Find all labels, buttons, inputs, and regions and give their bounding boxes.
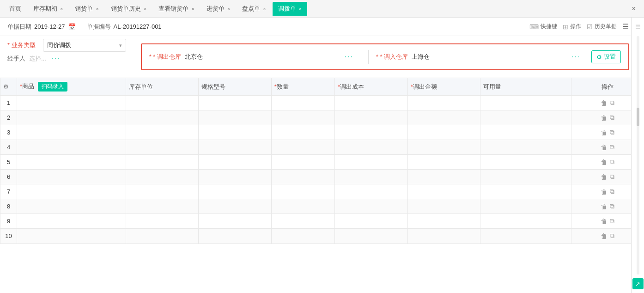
row-cost[interactable] xyxy=(335,110,407,125)
history-button[interactable]: ☑ 历史单据 xyxy=(587,23,617,31)
setting-button[interactable]: ⚙ 设置 xyxy=(591,50,621,63)
row-qty[interactable] xyxy=(271,229,335,244)
row-amount[interactable] xyxy=(407,244,480,244)
row-amount[interactable] xyxy=(407,184,480,199)
row-available[interactable] xyxy=(480,125,571,140)
row-amount[interactable] xyxy=(407,155,480,170)
row-product[interactable] xyxy=(17,199,126,214)
row-available[interactable] xyxy=(480,110,571,125)
row-product[interactable] xyxy=(17,110,126,125)
person-more-icon[interactable]: ··· xyxy=(52,55,61,63)
row-cost[interactable] xyxy=(335,170,407,184)
copy-icon[interactable]: ⧉ xyxy=(610,143,614,151)
row-qty[interactable] xyxy=(271,125,335,140)
row-qty[interactable] xyxy=(271,140,335,155)
row-amount[interactable] xyxy=(407,110,480,125)
row-product[interactable] xyxy=(17,229,126,244)
row-available[interactable] xyxy=(480,199,571,214)
row-spec[interactable] xyxy=(199,170,271,184)
copy-icon[interactable]: ⧉ xyxy=(610,158,614,166)
row-amount[interactable] xyxy=(407,125,480,140)
delete-icon[interactable]: 🗑 xyxy=(601,188,607,195)
row-qty[interactable] xyxy=(271,170,335,184)
row-cost[interactable] xyxy=(335,96,407,110)
row-available[interactable] xyxy=(480,229,571,244)
row-cost[interactable] xyxy=(335,125,407,140)
row-spec[interactable] xyxy=(199,140,271,155)
row-product[interactable] xyxy=(17,125,126,140)
copy-icon[interactable]: ⧉ xyxy=(610,202,614,210)
row-product[interactable] xyxy=(17,214,126,229)
row-qty[interactable] xyxy=(271,96,335,110)
tab-view-sales[interactable]: 查看销货单 × xyxy=(153,2,200,16)
row-cost[interactable] xyxy=(335,214,407,229)
row-qty[interactable] xyxy=(271,244,335,244)
calendar-icon[interactable]: 📅 xyxy=(68,23,76,31)
list-sidebar-icon[interactable]: ☰ xyxy=(632,21,644,32)
person-select[interactable]: 选择... xyxy=(29,55,46,63)
row-available[interactable] xyxy=(480,155,571,170)
row-product[interactable] xyxy=(17,96,126,110)
row-qty[interactable] xyxy=(271,184,335,199)
row-amount[interactable] xyxy=(407,229,480,244)
copy-icon[interactable]: ⧉ xyxy=(610,114,614,122)
row-amount[interactable] xyxy=(407,199,480,214)
row-amount[interactable] xyxy=(407,140,480,155)
tab-transfer-order[interactable]: 调拨单 × xyxy=(273,2,307,16)
row-cost[interactable] xyxy=(335,140,407,155)
tab-sales-order[interactable]: 销货单 × xyxy=(69,2,104,16)
delete-icon[interactable]: 🗑 xyxy=(601,114,607,122)
row-cost[interactable] xyxy=(335,155,407,170)
operation-button[interactable]: ⊞ 操作 xyxy=(563,23,581,31)
scan-button[interactable]: 扫码录入 xyxy=(38,82,67,92)
export-sidebar-icon[interactable]: ↗ xyxy=(632,278,644,289)
row-unit[interactable] xyxy=(126,110,199,125)
row-available[interactable] xyxy=(480,96,571,110)
layout-icon-1[interactable]: ☰ xyxy=(622,22,629,31)
in-warehouse-more-icon[interactable]: ··· xyxy=(571,53,580,61)
row-unit[interactable] xyxy=(126,184,199,199)
row-spec[interactable] xyxy=(199,184,271,199)
row-unit[interactable] xyxy=(126,155,199,170)
row-spec[interactable] xyxy=(199,96,271,110)
row-unit[interactable] xyxy=(126,199,199,214)
delete-icon[interactable]: 🗑 xyxy=(601,144,607,151)
row-spec[interactable] xyxy=(199,110,271,125)
copy-icon[interactable]: ⧉ xyxy=(610,217,614,225)
delete-icon[interactable]: 🗑 xyxy=(601,99,607,107)
delete-icon[interactable]: 🗑 xyxy=(601,173,607,181)
out-warehouse-more-icon[interactable]: ··· xyxy=(345,53,353,61)
row-spec[interactable] xyxy=(199,125,271,140)
row-unit[interactable] xyxy=(126,170,199,184)
copy-icon[interactable]: ⧉ xyxy=(610,99,614,107)
tab-inventory-check[interactable]: 盘点单 × xyxy=(237,2,271,16)
row-available[interactable] xyxy=(480,170,571,184)
row-cost[interactable] xyxy=(335,184,407,199)
row-available[interactable] xyxy=(480,214,571,229)
close-icon[interactable]: × xyxy=(299,6,302,12)
row-unit[interactable] xyxy=(126,140,199,155)
row-available[interactable] xyxy=(480,184,571,199)
row-unit[interactable] xyxy=(126,125,199,140)
row-qty[interactable] xyxy=(271,110,335,125)
copy-icon[interactable]: ⧉ xyxy=(610,232,614,240)
close-icon[interactable]: × xyxy=(96,6,98,12)
row-unit[interactable] xyxy=(126,96,199,110)
close-icon[interactable]: × xyxy=(60,6,63,12)
row-product[interactable] xyxy=(17,184,126,199)
row-spec[interactable] xyxy=(199,199,271,214)
tab-inventory-init[interactable]: 库存期初 × xyxy=(28,2,68,16)
row-unit[interactable] xyxy=(126,244,199,244)
row-cost[interactable] xyxy=(335,199,407,214)
delete-icon[interactable]: 🗑 xyxy=(601,218,607,225)
close-icon[interactable]: × xyxy=(191,6,194,12)
row-qty[interactable] xyxy=(271,155,335,170)
close-icon[interactable]: × xyxy=(263,6,266,12)
row-product[interactable] xyxy=(17,140,126,155)
row-spec[interactable] xyxy=(199,244,271,244)
row-spec[interactable] xyxy=(199,214,271,229)
row-amount[interactable] xyxy=(407,214,480,229)
row-product[interactable] xyxy=(17,244,126,244)
tab-sales-history[interactable]: 销货单历史 × xyxy=(105,2,152,16)
delete-icon[interactable]: 🗑 xyxy=(601,203,607,210)
